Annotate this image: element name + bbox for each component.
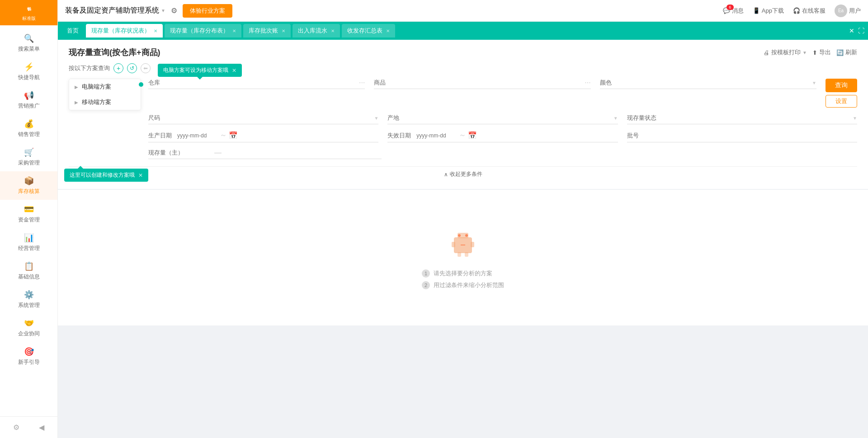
stock-main-from[interactable] — [185, 150, 212, 156]
warehouse-more-icon[interactable]: ··· — [359, 79, 365, 87]
sidebar-item-operations[interactable]: 📊 经营管理 — [0, 228, 57, 257]
tab-inout-close[interactable]: ✕ — [331, 28, 335, 33]
tooltip-create-close[interactable]: ✕ — [138, 172, 143, 179]
produce-date-calendar-icon[interactable]: 📅 — [229, 131, 238, 140]
stock-status-input[interactable] — [660, 115, 849, 122]
sidebar-item-purchase[interactable]: 🛒 采购管理 — [0, 143, 57, 171]
operations-icon: 📊 — [24, 233, 34, 243]
sidebar-item-label-operations: 经营管理 — [18, 245, 40, 252]
sidebar-settings-btn[interactable]: ⚙ — [13, 423, 19, 432]
headset-icon: 🎧 — [793, 7, 800, 14]
sidebar-item-search-menu[interactable]: 🔍 搜索菜单 — [0, 29, 57, 57]
tab-inout-flow[interactable]: 出入库流水 ✕ — [292, 24, 340, 38]
sidebar-item-quick-nav[interactable]: ⚡ 快捷导航 — [0, 57, 57, 86]
color-dropdown-icon[interactable]: ▼ — [812, 80, 816, 85]
sidebar-item-label-finance: 资金管理 — [18, 216, 40, 224]
expire-date-calendar-icon[interactable]: 📅 — [468, 131, 477, 140]
tab-collect-summary[interactable]: 收发存汇总表 ✕ — [342, 24, 395, 38]
header-gear-btn[interactable]: ⚙ — [171, 6, 177, 15]
sidebar-item-guide[interactable]: 🎯 新手引导 — [0, 342, 57, 371]
tab-stock-status[interactable]: 现存量（库存状况表） ✕ — [86, 24, 163, 38]
expire-date-label: 失效日期 — [387, 132, 415, 140]
tab-collect-close[interactable]: ✕ — [386, 28, 390, 33]
online-support-btn[interactable]: 🎧 在线客服 — [793, 7, 826, 15]
origin-dropdown-icon[interactable]: ▼ — [613, 116, 618, 121]
query-btn[interactable]: 查询 — [826, 79, 857, 92]
sidebar-item-cooperation[interactable]: 🤝 企业协同 — [0, 314, 57, 342]
refresh-label: 刷新 — [845, 48, 857, 57]
tab-fullscreen-icon[interactable]: ⛶ — [858, 27, 864, 34]
svg-rect-7 — [452, 242, 455, 247]
online-support-label: 在线客服 — [802, 7, 826, 15]
svg-rect-8 — [471, 242, 474, 247]
refresh-btn[interactable]: 🔄 刷新 — [836, 48, 857, 57]
tab-stock-status-close[interactable]: ✕ — [154, 28, 157, 33]
sidebar-collapse-btn[interactable]: ◀ — [39, 423, 44, 432]
sidebar-item-base-info[interactable]: 📋 基础信息 — [0, 257, 57, 285]
sidebar-item-finance[interactable]: 💳 资金管理 — [0, 200, 57, 228]
set-btn[interactable]: 设置 — [826, 95, 857, 108]
tab-stock-status-label: 现存量（库存状况表） — [91, 27, 150, 35]
sales-icon: 💰 — [24, 119, 34, 129]
scheme-filter-layout: ▶ 电脑端方案 ▶ 移动端方案 这里可以创建和修改方案哦 ✕ — [69, 79, 857, 159]
app-download-btn[interactable]: 📱 App下载 — [753, 7, 784, 15]
size-input[interactable] — [179, 115, 370, 122]
svg-rect-10 — [465, 252, 468, 257]
print-icon: 🖨 — [764, 49, 769, 56]
size-dropdown-icon[interactable]: ▼ — [374, 116, 378, 121]
scheme-pc-label: 电脑端方案 — [82, 83, 111, 91]
warehouse-input[interactable] — [179, 80, 355, 86]
search-menu-icon: 🔍 — [24, 33, 34, 43]
goods-more-icon[interactable]: ··· — [585, 79, 590, 87]
collapse-btn[interactable]: ∧ 收起更多条件 — [444, 170, 482, 178]
tab-bar: 首页 现存量（库存状况表） ✕ 现存量（库存分布表） ✕ 库存批次账 ✕ 出入库… — [58, 22, 868, 40]
filter-field-goods: 商品 ··· — [374, 79, 590, 89]
tab-stock-dist-close[interactable]: ✕ — [232, 28, 236, 33]
scheme-arrow-icon-pc: ▶ — [75, 85, 78, 89]
action-buttons: 查询 设置 — [826, 79, 857, 108]
tab-home[interactable]: 首页 — [61, 24, 84, 38]
origin-input[interactable] — [418, 115, 609, 122]
cooperation-icon: 🤝 — [24, 318, 34, 328]
tab-batch-account[interactable]: 库存批次账 ✕ — [243, 24, 291, 38]
sidebar-item-marketing[interactable]: 📢 营销推广 — [0, 86, 57, 114]
filter-add-btn[interactable]: + — [113, 63, 123, 73]
empty-tips: 1 请先选择要分析的方案 2 用过滤条件来缩小分析范围 — [422, 269, 504, 289]
scheme-item-pc[interactable]: ▶ 电脑端方案 — [69, 79, 141, 94]
sidebar-item-label-purchase: 采购管理 — [18, 159, 40, 167]
tooltip-scheme-close[interactable]: ✕ — [232, 67, 236, 74]
sidebar-item-inventory[interactable]: 📦 库存核算 — [0, 171, 57, 200]
filter-row-2: 尺码 ▼ 产地 ▼ 现存量状态 — [148, 114, 857, 124]
tab-close-all-icon[interactable]: ✕ — [849, 27, 854, 34]
page-actions: 🖨 按模板打印 ▼ ⬆ 导出 🔄 刷新 — [764, 48, 857, 57]
filter-arrow-btn[interactable]: ⬅ — [141, 63, 151, 73]
app-logo-icon: 畅 — [21, 4, 37, 14]
user-label: 用户 — [849, 7, 861, 15]
tab-stock-dist[interactable]: 现存量（库存分布表） ✕ — [165, 24, 241, 38]
print-btn[interactable]: 🖨 按模板打印 ▼ — [764, 48, 807, 57]
guide-icon: 🎯 — [24, 347, 34, 357]
sidebar-item-label-guide: 新手引导 — [18, 358, 40, 366]
sidebar-item-sales[interactable]: 💰 销售管理 — [0, 114, 57, 143]
print-label: 按模板打印 — [771, 48, 801, 57]
sidebar-item-system[interactable]: ⚙️ 系统管理 — [0, 285, 57, 314]
tab-batch-close[interactable]: ✕ — [282, 28, 285, 33]
stock-main-separator: — — [214, 149, 222, 157]
sidebar-item-label-search: 搜索菜单 — [18, 45, 40, 53]
system-title[interactable]: 装备及固定资产辅助管理系统 ▼ — [65, 6, 165, 15]
user-menu-btn[interactable]: Ea 用户 — [835, 5, 861, 17]
batch-input[interactable] — [658, 132, 857, 139]
experience-btn[interactable]: 体验行业方案 — [183, 4, 232, 18]
filter-circle-btn[interactable]: ↺ — [127, 63, 137, 73]
export-btn[interactable]: ⬆ 导出 — [812, 48, 831, 57]
produce-date-from[interactable] — [177, 132, 218, 139]
empty-tip-2: 2 用过滤条件来缩小分析范围 — [422, 281, 504, 289]
stock-status-dropdown-icon[interactable]: ▼ — [853, 116, 857, 121]
scheme-item-mobile[interactable]: ▶ 移动端方案 — [69, 94, 141, 110]
stock-main-to[interactable] — [223, 150, 250, 156]
color-input[interactable] — [631, 80, 808, 86]
purchase-icon: 🛒 — [24, 147, 34, 157]
message-btn[interactable]: 💬 6 消息 — [723, 7, 744, 15]
goods-input[interactable] — [405, 80, 581, 86]
expire-date-from[interactable] — [416, 132, 457, 139]
